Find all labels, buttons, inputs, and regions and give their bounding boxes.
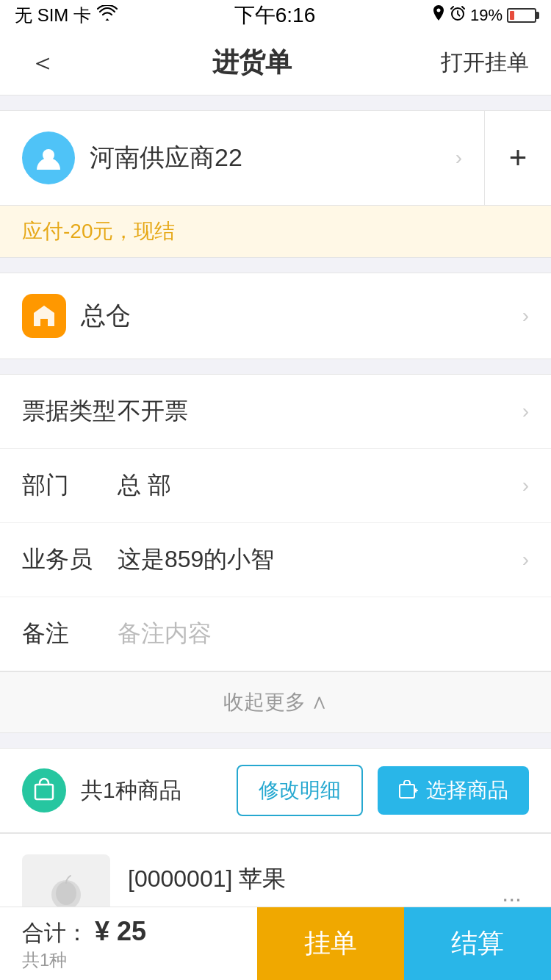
product-count-text: 共1种商品 bbox=[81, 776, 222, 806]
collapse-label: 收起更多 ∧ bbox=[223, 691, 328, 713]
nav-bar: ＜ 进货单 打开挂单 bbox=[0, 31, 551, 96]
product-count-icon bbox=[22, 768, 66, 813]
page-title: 进货单 bbox=[212, 45, 292, 81]
status-right: 19% bbox=[432, 5, 536, 26]
warehouse-name: 总仓 bbox=[81, 299, 515, 333]
dept-value: 总 部 bbox=[118, 469, 515, 502]
back-button[interactable]: ＜ bbox=[22, 37, 63, 88]
supplier-chevron: › bbox=[455, 146, 462, 170]
open-hang-button[interactable]: 打开挂单 bbox=[441, 48, 529, 78]
total-section: 合计： ¥ 25 共1种 bbox=[0, 907, 257, 980]
select-product-button[interactable]: 选择商品 bbox=[378, 766, 529, 815]
svg-rect-3 bbox=[35, 785, 53, 799]
status-time: 下午6:16 bbox=[234, 1, 316, 29]
total-amount: ¥ 25 bbox=[95, 916, 146, 946]
add-supplier-button[interactable]: + bbox=[485, 111, 551, 205]
warehouse-selector[interactable]: 总仓 › bbox=[0, 273, 551, 359]
wifi-icon bbox=[97, 5, 118, 26]
product-header: 共1种商品 修改明细 选择商品 bbox=[0, 748, 551, 833]
battery-percent: 19% bbox=[470, 6, 503, 25]
total-count: 共1种 bbox=[22, 948, 235, 972]
gap1 bbox=[0, 96, 551, 110]
balance-text: 应付-20元，现结 bbox=[22, 220, 175, 242]
remark-value: 备注内容 bbox=[118, 618, 529, 650]
status-bar: 无 SIM 卡 下午6:16 19% bbox=[0, 0, 551, 31]
alarm-icon bbox=[450, 5, 466, 26]
total-label: 合计： bbox=[22, 920, 88, 945]
remark-label: 备注 bbox=[22, 618, 118, 650]
carrier-text: 无 SIM 卡 bbox=[15, 4, 91, 27]
svg-point-6 bbox=[56, 882, 76, 905]
location-icon bbox=[432, 5, 445, 26]
product-name: [0000001] 苹果 bbox=[128, 863, 477, 896]
svg-rect-2 bbox=[40, 319, 48, 326]
main-content: 河南供应商22 › + 应付-20元，现结 总仓 › 票据类型 不开票 › 部门 bbox=[0, 96, 551, 980]
collapse-button[interactable]: 收起更多 ∧ bbox=[0, 671, 551, 733]
supplier-section: 河南供应商22 › + bbox=[0, 110, 551, 206]
dept-label: 部门 bbox=[22, 469, 118, 502]
supplier-name: 河南供应商22 bbox=[90, 141, 448, 175]
product-title: 苹果 bbox=[239, 865, 286, 892]
hang-button[interactable]: 挂单 bbox=[257, 907, 404, 980]
sales-chevron: › bbox=[522, 548, 529, 572]
battery-fill bbox=[510, 11, 514, 20]
dept-chevron: › bbox=[522, 474, 529, 497]
dept-row[interactable]: 部门 总 部 › bbox=[0, 449, 551, 523]
balance-notice: 应付-20元，现结 bbox=[0, 206, 551, 258]
gap4 bbox=[0, 733, 551, 748]
bottom-bar: 合计： ¥ 25 共1种 挂单 结算 bbox=[0, 907, 551, 980]
invoice-chevron: › bbox=[522, 400, 529, 423]
battery-icon bbox=[507, 8, 536, 23]
svg-rect-4 bbox=[400, 785, 414, 798]
form-section: 票据类型 不开票 › 部门 总 部 › 业务员 这是859的小智 › 备注 备注… bbox=[0, 374, 551, 671]
remark-row[interactable]: 备注 备注内容 bbox=[0, 597, 551, 671]
gap2 bbox=[0, 258, 551, 273]
sales-value: 这是859的小智 bbox=[118, 544, 515, 576]
status-left: 无 SIM 卡 bbox=[15, 4, 118, 27]
gap3 bbox=[0, 359, 551, 374]
invoice-value: 不开票 bbox=[118, 395, 515, 428]
supplier-selector[interactable]: 河南供应商22 › bbox=[0, 111, 485, 205]
sales-row[interactable]: 业务员 这是859的小智 › bbox=[0, 523, 551, 597]
warehouse-chevron: › bbox=[522, 304, 529, 328]
invoice-row[interactable]: 票据类型 不开票 › bbox=[0, 375, 551, 449]
total-row: 合计： ¥ 25 bbox=[22, 916, 235, 948]
checkout-button[interactable]: 结算 bbox=[404, 907, 551, 980]
select-product-label: 选择商品 bbox=[426, 777, 508, 804]
edit-detail-button[interactable]: 修改明细 bbox=[237, 765, 363, 816]
add-icon: + bbox=[509, 140, 527, 176]
sales-label: 业务员 bbox=[22, 544, 118, 576]
invoice-label: 票据类型 bbox=[22, 395, 118, 428]
supplier-avatar bbox=[22, 131, 75, 184]
warehouse-icon bbox=[22, 294, 66, 338]
product-code: [0000001] bbox=[128, 865, 239, 892]
